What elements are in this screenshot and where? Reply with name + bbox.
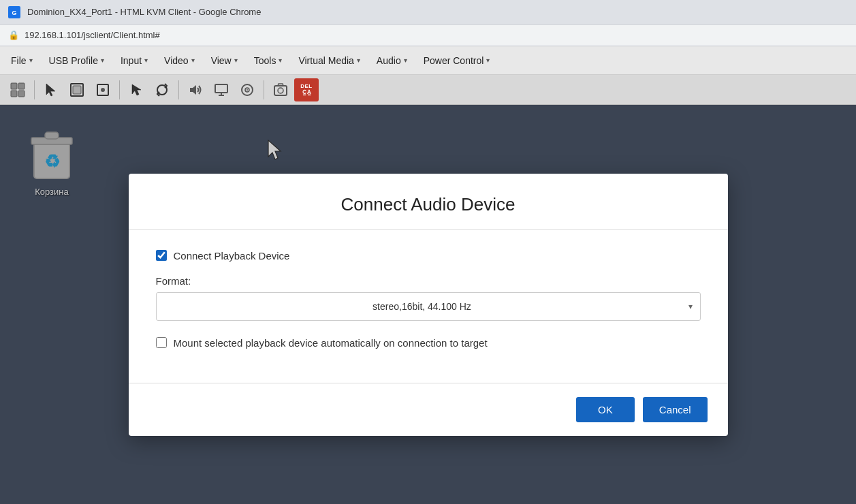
modal-title: Connect Audio Device bbox=[149, 194, 708, 215]
browser-addressbar: 🔒 192.168.1.101/jsclient/Client.html# bbox=[0, 25, 856, 46]
modal-header: Connect Audio Device bbox=[129, 174, 728, 230]
svg-point-18 bbox=[278, 88, 283, 93]
svg-marker-10 bbox=[190, 85, 196, 95]
browser-favicon: G bbox=[8, 6, 20, 18]
desktop: ♻ Корзина Connect Audio Device Connect P… bbox=[0, 105, 856, 504]
svg-rect-17 bbox=[274, 86, 287, 95]
modal-overlay: Connect Audio Device Connect Playback De… bbox=[0, 105, 856, 504]
sync-button[interactable] bbox=[150, 78, 174, 101]
format-label: Format: bbox=[156, 275, 701, 287]
auto-mount-checkbox[interactable] bbox=[156, 337, 167, 348]
auto-mount-row: Mount selected playback device automatic… bbox=[156, 337, 701, 349]
actual-size-button[interactable] bbox=[91, 78, 115, 101]
fit-screen-button[interactable] bbox=[65, 78, 89, 101]
menubar: File ▾ USB Profile ▾ Input ▾ Video ▾ Vie… bbox=[0, 46, 856, 75]
menu-item-power-control[interactable]: Power Control ▾ bbox=[415, 51, 498, 70]
menu-arrow-virtual-media: ▾ bbox=[357, 57, 360, 64]
screenshot-button[interactable] bbox=[268, 78, 293, 101]
audio-toolbar-button[interactable] bbox=[183, 78, 208, 101]
svg-text:G: G bbox=[12, 10, 16, 16]
connect-audio-dialog: Connect Audio Device Connect Playback De… bbox=[129, 174, 728, 436]
menu-arrow-tools: ▾ bbox=[279, 57, 282, 64]
svg-rect-11 bbox=[215, 84, 227, 93]
svg-point-16 bbox=[247, 89, 248, 91]
format-section: Format: stereo,16bit, 44.100 Hz stereo,1… bbox=[156, 275, 701, 321]
menu-item-audio[interactable]: Audio ▾ bbox=[368, 51, 415, 70]
auto-mount-label[interactable]: Mount selected playback device automatic… bbox=[174, 337, 488, 349]
modal-footer: OK Cancel bbox=[129, 383, 728, 436]
lock-icon: 🔒 bbox=[8, 30, 19, 40]
menu-item-file[interactable]: File ▾ bbox=[3, 51, 41, 70]
monitor-button[interactable] bbox=[209, 78, 234, 101]
menu-item-usb-profile[interactable]: USB Profile ▾ bbox=[41, 51, 112, 70]
pointer-button[interactable] bbox=[39, 78, 63, 101]
svg-point-9 bbox=[101, 88, 105, 92]
pointer2-button[interactable] bbox=[124, 78, 148, 101]
menu-item-video[interactable]: Video ▾ bbox=[156, 51, 203, 70]
menu-arrow-video: ▾ bbox=[191, 57, 195, 64]
connect-all-button[interactable] bbox=[5, 78, 30, 101]
svg-rect-4 bbox=[11, 91, 17, 97]
menu-arrow-input: ▾ bbox=[144, 57, 148, 64]
ctrl-alt-del-button[interactable]: DEL C̲A̲ bbox=[294, 78, 319, 101]
browser-title: Dominion_KX4_Port1 - HTML KVM Client - G… bbox=[27, 7, 261, 17]
menu-item-input[interactable]: Input ▾ bbox=[112, 51, 156, 70]
browser-titlebar: G Dominion_KX4_Port1 - HTML KVM Client -… bbox=[0, 0, 856, 25]
svg-rect-5 bbox=[18, 91, 25, 97]
svg-rect-2 bbox=[11, 83, 17, 89]
ok-button[interactable]: OK bbox=[576, 397, 635, 422]
connect-playback-row: Connect Playback Device bbox=[156, 250, 701, 262]
format-select[interactable]: stereo,16bit, 44.100 Hz stereo,16bit, 48… bbox=[156, 292, 701, 321]
menu-arrow-view: ▾ bbox=[234, 57, 238, 64]
svg-rect-3 bbox=[18, 83, 25, 89]
toolbar-separator-3 bbox=[178, 80, 179, 99]
toolbar-separator-2 bbox=[119, 80, 120, 99]
cancel-button[interactable]: Cancel bbox=[643, 397, 708, 422]
menu-arrow-power-control: ▾ bbox=[486, 57, 490, 64]
toolbar-separator-1 bbox=[34, 80, 35, 99]
connect-playback-label[interactable]: Connect Playback Device bbox=[174, 250, 290, 262]
menu-item-tools[interactable]: Tools ▾ bbox=[246, 51, 291, 70]
connect-playback-checkbox[interactable] bbox=[156, 250, 167, 261]
menu-arrow-usb-profile: ▾ bbox=[101, 57, 104, 64]
toolbar: DEL C̲A̲ bbox=[0, 75, 856, 105]
disc-button[interactable] bbox=[235, 78, 259, 101]
svg-rect-7 bbox=[73, 86, 81, 94]
menu-item-virtual-media[interactable]: Virtual Media ▾ bbox=[290, 51, 368, 70]
modal-body: Connect Playback Device Format: stereo,1… bbox=[129, 230, 728, 383]
menu-item-view[interactable]: View ▾ bbox=[203, 51, 246, 70]
address-text: 192.168.1.101/jsclient/Client.html# bbox=[25, 30, 160, 40]
toolbar-separator-4 bbox=[264, 80, 264, 99]
format-select-wrapper: stereo,16bit, 44.100 Hz stereo,16bit, 48… bbox=[156, 292, 701, 321]
menu-arrow-file: ▾ bbox=[29, 57, 33, 64]
menu-arrow-audio: ▾ bbox=[404, 57, 407, 64]
